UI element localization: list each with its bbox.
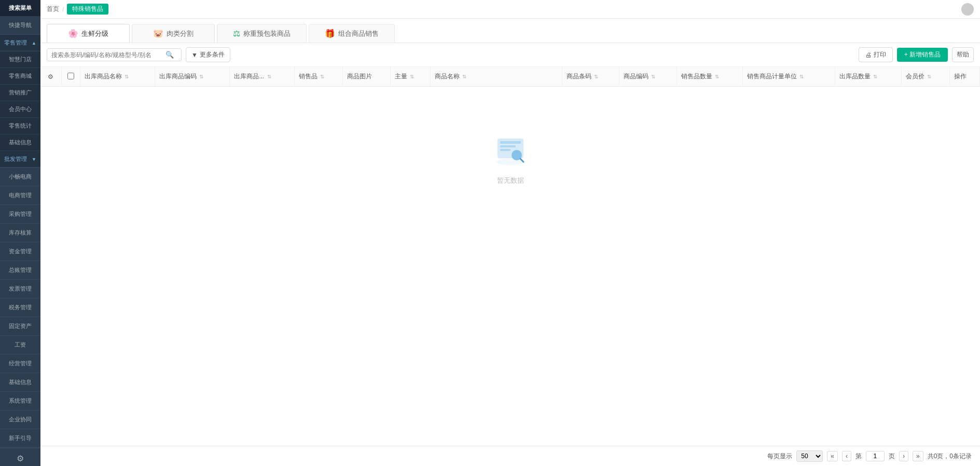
sidebar-item-ecom-mgmt[interactable]: 电商管理	[0, 186, 40, 205]
sort-icon: ⇅	[799, 74, 804, 79]
th-goods-code[interactable]: 商品编码 ⇅	[619, 67, 677, 87]
th-sales-unit-label: 销售商品计量单位	[747, 73, 797, 80]
per-page-select[interactable]: 10 20 50 100	[796, 450, 823, 462]
help-button[interactable]: 帮助	[952, 47, 974, 62]
th-weight[interactable]: 主量 ⇅	[391, 67, 431, 87]
meat-split-icon: 🐷	[153, 29, 163, 38]
page-label-suffix: 页	[889, 452, 895, 461]
th-goods-name[interactable]: 商品名称 ⇅	[430, 67, 562, 87]
prev-page-button[interactable]: ‹	[842, 451, 851, 461]
table-container: ⚙ 出库商品名称 ⇅ 出库商品编码 ⇅ 出库商品... ⇅	[40, 67, 980, 446]
first-page-button[interactable]: «	[827, 451, 838, 461]
chevron-down-icon: ▲	[32, 40, 36, 46]
weight-package-icon: ⚖	[233, 29, 240, 38]
sidebar-item-fixed-assets[interactable]: 固定资产	[0, 317, 40, 336]
th-out-qty[interactable]: 出库品数量 ⇅	[835, 67, 901, 87]
sort-icon: ⇅	[410, 74, 414, 79]
sidebar-item-retail-stats[interactable]: 零售统计	[0, 118, 40, 134]
wholesale-mgmt-label: 批发管理	[4, 155, 27, 163]
sidebar-item-fund-mgmt[interactable]: 资金管理	[0, 242, 40, 261]
search-box[interactable]: 🔍	[47, 48, 182, 61]
th-sales-qty[interactable]: 销售品数量 ⇅	[677, 67, 742, 87]
page-number-input[interactable]	[866, 451, 885, 461]
gear-icon: ⚙	[17, 454, 24, 463]
next-page-button[interactable]: ›	[899, 451, 908, 461]
toolbar-right: 🖨 打印 + 新增销售品 帮助	[859, 47, 974, 62]
breadcrumb: 首页 / 特殊销售品	[47, 4, 108, 15]
tab-combo-sales[interactable]: 🎁 组合商品销售	[309, 24, 395, 43]
sidebar-item-basic-info2[interactable]: 基础信息	[0, 373, 40, 392]
th-out-code[interactable]: 出库商品编码 ⇅	[155, 67, 229, 87]
sort-icon: ⇅	[199, 74, 203, 79]
print-icon: 🖨	[865, 51, 872, 59]
sidebar-item-purchase-mgmt[interactable]: 采购管理	[0, 205, 40, 224]
add-label: + 新增销售品	[904, 50, 941, 59]
th-sales-unit[interactable]: 销售商品计量单位 ⇅	[742, 67, 835, 87]
th-check[interactable]	[61, 67, 80, 87]
filter-button[interactable]: ▼ 更多条件	[186, 47, 230, 62]
tab-meat-split[interactable]: 🐷 肉类分割	[132, 24, 215, 43]
total-label: 共0页，0条记录	[928, 452, 972, 461]
print-button[interactable]: 🖨 打印	[859, 47, 893, 62]
sidebar-item-retail-mall[interactable]: 零售商城	[0, 68, 40, 85]
th-action-label: 操作	[954, 73, 967, 80]
svg-rect-4	[500, 149, 510, 151]
tab-weight-package[interactable]: ⚖ 称重预包装商品	[217, 24, 307, 43]
svg-rect-3	[500, 145, 516, 147]
th-goods-img: 商品图片	[343, 67, 391, 87]
sort-icon: ⇅	[594, 74, 598, 79]
add-sales-button[interactable]: + 新增销售品	[897, 48, 948, 62]
last-page-button[interactable]: »	[913, 451, 923, 461]
select-all-checkbox[interactable]	[67, 73, 74, 79]
sort-icon: ⇅	[651, 74, 655, 79]
sidebar-item-tax-mgmt[interactable]: 税务管理	[0, 298, 40, 317]
avatar[interactable]	[961, 3, 974, 16]
sort-icon: ⇅	[715, 74, 719, 79]
top-right	[961, 3, 974, 16]
retail-mgmt-label: 零售管理	[4, 39, 27, 47]
th-out-spec[interactable]: 出库商品... ⇅	[230, 67, 295, 87]
th-goods-barcode-label: 商品条码	[567, 73, 591, 80]
sidebar-item-invoice-mgmt[interactable]: 发票管理	[0, 280, 40, 298]
sidebar-item-basic-info[interactable]: 基础信息	[0, 134, 40, 151]
tab-bar: 🌸 生鲜分级 🐷 肉类分割 ⚖ 称重预包装商品 🎁 组合商品销售	[40, 19, 980, 43]
breadcrumb-separator: /	[62, 6, 64, 13]
th-action: 操作	[950, 67, 980, 87]
sidebar-item-retail-mgmt[interactable]: 零售管理 ▲	[0, 35, 40, 51]
th-out-name[interactable]: 出库商品名称 ⇅	[80, 67, 155, 87]
th-sales-goods-label: 销售品	[299, 73, 318, 80]
sidebar-logo[interactable]: 搜索菜单	[0, 0, 40, 16]
sidebar-item-wholesale-mgmt[interactable]: 批发管理 ▼	[0, 151, 40, 168]
th-gear[interactable]: ⚙	[40, 67, 61, 87]
chevron-icon: ▼	[32, 157, 36, 162]
search-icon[interactable]: 🔍	[165, 51, 174, 59]
sidebar-item-inventory-mgmt[interactable]: 库存核算	[0, 224, 40, 242]
sidebar-item-quick-nav[interactable]: 快捷导航	[0, 16, 40, 35]
empty-illustration	[490, 128, 531, 170]
th-sales-goods[interactable]: 销售品 ⇅	[294, 67, 343, 87]
sidebar-item-new-guide[interactable]: 新手引导	[0, 429, 40, 448]
sidebar-item-member-center[interactable]: 会员中心	[0, 101, 40, 118]
tab-fresh-grade[interactable]: 🌸 生鲜分级	[47, 24, 130, 43]
sidebar-item-smart-store[interactable]: 智慧门店	[0, 51, 40, 68]
sidebar-item-system-mgmt[interactable]: 系统管理	[0, 392, 40, 410]
th-goods-name-label: 商品名称	[435, 73, 460, 80]
sort-icon: ⇅	[320, 74, 324, 79]
sidebar-gear-button[interactable]: ⚙	[0, 448, 40, 466]
sidebar-item-sales-promo[interactable]: 营销推广	[0, 85, 40, 101]
breadcrumb-current: 特殊销售品	[67, 4, 108, 15]
th-goods-barcode[interactable]: 商品条码 ⇅	[562, 67, 619, 87]
sidebar-item-salary[interactable]: 工资	[0, 336, 40, 354]
sidebar-item-mini-ecom[interactable]: 小畅电商	[0, 168, 40, 186]
th-goods-code-label: 商品编码	[624, 73, 648, 80]
th-out-code-label: 出库商品编码	[159, 73, 197, 80]
search-input[interactable]	[51, 51, 165, 59]
tab-combo-sales-label: 组合商品销售	[338, 29, 379, 38]
sidebar-item-general-ledger[interactable]: 总账管理	[0, 261, 40, 280]
breadcrumb-home[interactable]: 首页	[47, 5, 59, 13]
sort-icon: ⇅	[125, 74, 129, 79]
sidebar-item-enterprise-coop[interactable]: 企业协同	[0, 410, 40, 429]
pagination-bar: 每页显示 10 20 50 100 « ‹ 第 页 › » 共0页，0条记录	[40, 446, 980, 466]
sidebar-item-business-mgmt[interactable]: 经营管理	[0, 354, 40, 373]
th-member-price[interactable]: 会员价 ⇅	[901, 67, 950, 87]
